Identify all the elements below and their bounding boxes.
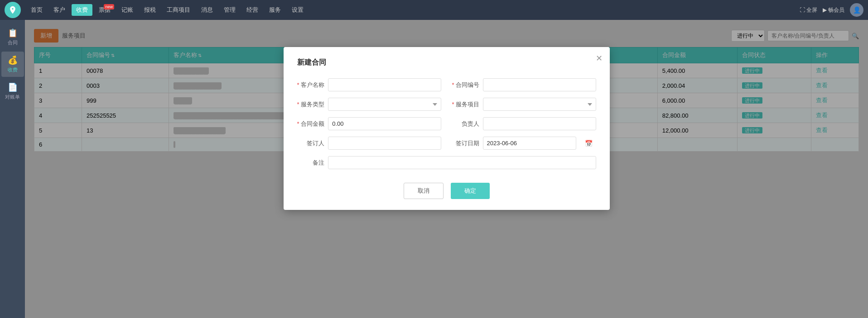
contract-icon: 📋: [8, 28, 18, 38]
main-layout: 📋 合同 💰 收费 📄 对账单 新增 服务项目 进行中 已完成 已终止 🔍: [0, 20, 868, 318]
fee-icon: 💰: [8, 55, 18, 65]
remark-field-row: 备注: [297, 156, 596, 169]
nav-message[interactable]: 消息: [197, 4, 217, 16]
contract-no-input[interactable]: [483, 78, 596, 91]
new-badge: new: [104, 4, 114, 9]
nav-home[interactable]: 首页: [26, 4, 47, 16]
customer-field-row: 客户名称: [297, 78, 441, 91]
sidebar: 📋 合同 💰 收费 📄 对账单: [0, 20, 25, 318]
sidebar-item-fee-label: 收费: [8, 66, 18, 73]
top-nav: 首页 客户 收费 票据 new 记账 报税 工商项目 消息 管理 经营 服务 设…: [0, 0, 868, 20]
customer-input[interactable]: [328, 78, 441, 91]
calendar-icon[interactable]: 📅: [585, 140, 593, 147]
sidebar-item-contract-label: 合同: [8, 39, 18, 46]
nav-items: 首页 客户 收费 票据 new 记账 报税 工商项目 消息 管理 经营 服务 设…: [26, 4, 800, 16]
service-item-label: 服务项目: [452, 100, 480, 109]
new-contract-modal: 新建合同 ✕ 客户名称 合同编号 服务类型: [284, 47, 610, 210]
confirm-button[interactable]: 确定: [451, 183, 490, 199]
nav-tax[interactable]: 报税: [140, 4, 160, 16]
signer-input[interactable]: [328, 137, 441, 150]
amount-input[interactable]: [328, 117, 441, 130]
remark-input[interactable]: [328, 156, 596, 169]
nav-fee[interactable]: 收费: [72, 4, 92, 16]
nav-business[interactable]: 工商项目: [162, 4, 195, 16]
service-item-field-row: 服务项目: [452, 98, 596, 111]
nav-operation[interactable]: 经营: [242, 4, 263, 16]
nav-settings[interactable]: 设置: [287, 4, 308, 16]
member-btn[interactable]: ▶ 畅会员: [823, 6, 844, 14]
sidebar-item-statement-label: 对账单: [5, 94, 20, 100]
sign-date-field-row: 签订日期 📅: [452, 137, 596, 150]
signer-label: 签订人: [297, 139, 324, 147]
avatar[interactable]: 👤: [850, 3, 863, 17]
sign-date-label: 签订日期: [452, 139, 479, 147]
nav-customer[interactable]: 客户: [49, 4, 70, 16]
sidebar-item-statement[interactable]: 📄 对账单: [1, 79, 24, 104]
sign-date-input[interactable]: [483, 137, 576, 150]
sidebar-item-fee[interactable]: 💰 收费: [1, 52, 24, 77]
sign-date-wrapper: 📅: [483, 137, 596, 150]
service-type-field-row: 服务类型: [297, 98, 441, 111]
customer-label: 客户名称: [297, 81, 325, 89]
responsible-label: 负责人: [452, 120, 479, 128]
nav-invoice[interactable]: 票据 new: [94, 4, 115, 16]
sidebar-item-contract[interactable]: 📋 合同: [1, 24, 24, 50]
content-area: 新增 服务项目 进行中 已完成 已终止 🔍 序号 合同编号⇅ 客户名称⇅ 服务项…: [25, 20, 868, 318]
signer-field-row: 签订人: [297, 137, 441, 150]
cancel-button[interactable]: 取消: [404, 183, 444, 199]
service-type-select[interactable]: [328, 98, 441, 111]
logo: [5, 2, 21, 18]
service-item-select[interactable]: [483, 98, 596, 111]
remark-label: 备注: [297, 159, 324, 167]
contract-no-field-row: 合同编号: [452, 78, 596, 91]
modal-footer: 取消 确定: [297, 183, 596, 199]
nav-service[interactable]: 服务: [265, 4, 285, 16]
amount-field-row: 合同金额: [297, 117, 441, 130]
responsible-input[interactable]: [483, 117, 596, 130]
contract-no-label: 合同编号: [452, 81, 480, 89]
statement-icon: 📄: [8, 82, 18, 92]
modal-overlay: 新建合同 ✕ 客户名称 合同编号 服务类型: [25, 20, 868, 318]
amount-label: 合同金额: [297, 120, 325, 128]
modal-title: 新建合同: [297, 58, 596, 67]
modal-close-button[interactable]: ✕: [596, 53, 603, 63]
nav-right: ⛶ 全屏 ▶ 畅会员 👤: [800, 3, 863, 17]
nav-bookkeeping[interactable]: 记账: [117, 4, 138, 16]
nav-manage[interactable]: 管理: [219, 4, 240, 16]
modal-form: 客户名称 合同编号 服务类型 服务项目: [297, 78, 596, 169]
responsible-field-row: 负责人: [452, 117, 596, 130]
service-type-label: 服务类型: [297, 100, 325, 109]
fullscreen-btn[interactable]: ⛶ 全屏: [800, 6, 817, 14]
